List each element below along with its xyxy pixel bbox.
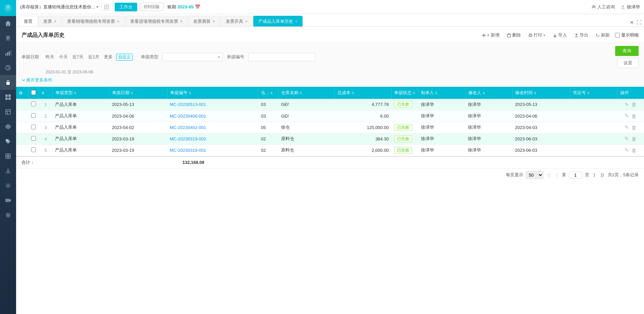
tab-close-invoice[interactable]: ×: [54, 19, 56, 24]
delete-button[interactable]: 删除: [505, 31, 523, 40]
tab-close-invoice-calc[interactable]: ×: [213, 19, 215, 24]
row-check-5[interactable]: [28, 144, 39, 156]
shortcut-more[interactable]: 更多: [103, 53, 114, 61]
tab-product-stock-history[interactable]: 产成品入库单历史 ×: [253, 16, 303, 26]
row-check-2[interactable]: [28, 110, 39, 122]
show-detail-input[interactable]: [615, 33, 620, 38]
col-modifier-header[interactable]: 修改人⇅: [465, 87, 512, 99]
switch-version-button[interactable]: 切到旧版: [140, 3, 163, 11]
row-settings-3[interactable]: [16, 122, 28, 133]
shortcut-yesterday[interactable]: 昨天: [44, 53, 56, 61]
row-edit-icon-2[interactable]: ✎: [625, 113, 629, 119]
new-button[interactable]: + 新增: [480, 31, 501, 40]
expand-more-btn[interactable]: 展开更多条件: [21, 77, 639, 83]
col-status-header[interactable]: 单据状态⇅: [391, 87, 418, 99]
row-number-link-3[interactable]: MC-20230402-001: [170, 125, 206, 130]
sidebar-item-document[interactable]: [0, 31, 16, 46]
col-warehouse-code-header[interactable]: 仓...⇅: [258, 87, 278, 99]
sidebar-item-tag[interactable]: [0, 134, 16, 149]
sidebar-item-video[interactable]: [0, 193, 16, 208]
tab-home[interactable]: 首页: [19, 16, 38, 26]
row-edit-icon-3[interactable]: ✎: [625, 124, 629, 130]
topbar-doc-button[interactable]: [101, 3, 112, 11]
col-check[interactable]: [28, 87, 39, 99]
sidebar-item-download[interactable]: [0, 164, 16, 178]
workbench-button[interactable]: 工作台: [115, 3, 137, 11]
row-number-link-4[interactable]: MC-20230319-002: [170, 136, 206, 141]
sidebar-item-home[interactable]: [0, 16, 16, 31]
user-menu[interactable]: 徐泽华: [620, 4, 640, 10]
row-checkbox-5[interactable]: [31, 147, 36, 152]
row-number-link-1[interactable]: MC-20230513-001: [170, 102, 206, 107]
sidebar-item-chart[interactable]: [0, 46, 16, 60]
sidebar-item-puzzle[interactable]: [0, 149, 16, 164]
sidebar-item-stock[interactable]: [0, 119, 16, 134]
sidebar-item-grid[interactable]: [0, 90, 16, 105]
sidebar-item-analysis[interactable]: [0, 60, 16, 75]
tab-view-sales-vat[interactable]: 查看销项增值税专用发票 ×: [62, 16, 124, 26]
company-dropdown-icon[interactable]: ▾: [96, 4, 99, 9]
tab-close-invoice-issue[interactable]: ×: [245, 19, 248, 24]
row-settings-1[interactable]: [16, 99, 28, 110]
col-creator-header[interactable]: 制单人⇅: [418, 87, 465, 99]
tab-invoice-issue[interactable]: 发票开具 ×: [221, 16, 253, 26]
refresh-button[interactable]: 刷新: [594, 31, 612, 40]
row-delete-icon-3[interactable]: 🗑: [632, 125, 637, 130]
row-settings-4[interactable]: [16, 133, 28, 144]
show-detail-checkbox[interactable]: 显示明细: [615, 32, 639, 38]
sidebar-item-report[interactable]: [0, 105, 16, 119]
print-button[interactable]: 打印 ▾: [526, 31, 547, 40]
first-page-btn[interactable]: ⟨⟨: [546, 172, 552, 178]
row-number-4[interactable]: MC-20230319-002: [167, 133, 258, 144]
last-page-btn[interactable]: ⟩⟩: [599, 172, 605, 178]
col-modify-time-header[interactable]: 修改时间⇅: [512, 87, 570, 99]
row-check-3[interactable]: [28, 122, 39, 133]
row-number-1[interactable]: MC-20230513-001: [167, 99, 258, 110]
next-page-btn[interactable]: ⟩: [592, 172, 596, 178]
tab-close-all-button[interactable]: ✕: [630, 20, 634, 25]
number-input[interactable]: [248, 53, 315, 61]
row-check-1[interactable]: [28, 99, 39, 110]
row-delete-icon-4[interactable]: 🗑: [632, 136, 637, 142]
col-settings[interactable]: ⚙: [16, 87, 28, 99]
prev-page-btn[interactable]: ⟨: [555, 172, 559, 178]
row-number-3[interactable]: MC-20230402-001: [167, 122, 258, 133]
tab-close-sales-vat[interactable]: ×: [117, 19, 119, 24]
export-button[interactable]: 导出: [572, 31, 590, 40]
row-settings-5[interactable]: [16, 144, 28, 156]
col-number-header[interactable]: 单据编号⇅: [167, 87, 258, 99]
import-button[interactable]: 导入: [551, 31, 569, 40]
user-service[interactable]: 人工咨询: [591, 4, 615, 10]
row-edit-icon-5[interactable]: ✎: [625, 147, 629, 153]
select-all-checkbox[interactable]: [31, 90, 36, 95]
row-number-5[interactable]: MC-20230319-001: [167, 144, 258, 156]
tab-view-purchase-vat[interactable]: 查看进项增值税专用发票 ×: [125, 16, 187, 26]
per-page-select[interactable]: 50 100 200: [526, 171, 543, 179]
shortcut-1month[interactable]: 近1月: [87, 53, 101, 61]
query-button[interactable]: 查询: [615, 46, 639, 56]
col-warehouse-name-header[interactable]: 仓库名称⇅: [278, 87, 334, 99]
row-checkbox-1[interactable]: [31, 102, 36, 106]
row-delete-icon-1[interactable]: 🗑: [632, 102, 637, 107]
col-type-header[interactable]: 单据类型⇅: [52, 87, 109, 99]
app-logo[interactable]: [0, 0, 16, 16]
company-name[interactable]: (库存核算）直播轻纯通信息技术股份... ▾: [20, 4, 99, 10]
row-checkbox-2[interactable]: [31, 113, 36, 118]
set-button[interactable]: 设置: [617, 58, 639, 68]
row-checkbox-3[interactable]: [31, 125, 36, 129]
tab-invoice[interactable]: 发票 ×: [38, 16, 61, 26]
col-total-cost-header[interactable]: 总成本⇅: [334, 87, 391, 99]
tab-close-product-stock[interactable]: ×: [295, 19, 298, 24]
sidebar-item-lock[interactable]: [0, 75, 16, 90]
row-number-link-2[interactable]: MC-20230406-001: [170, 114, 206, 119]
tab-close-purchase-vat[interactable]: ×: [180, 19, 182, 24]
calendar-icon[interactable]: 📅: [195, 4, 200, 9]
shortcut-7days[interactable]: 近7天: [71, 53, 85, 61]
row-delete-icon-2[interactable]: 🗑: [632, 113, 637, 119]
sidebar-item-version[interactable]: V: [0, 208, 16, 223]
custom-date-button[interactable]: 自定义: [116, 54, 133, 61]
row-delete-icon-5[interactable]: 🗑: [632, 147, 637, 153]
row-edit-icon-4[interactable]: ✎: [625, 136, 629, 142]
col-date-header[interactable]: 单据日期⇅: [109, 87, 167, 99]
current-page-input[interactable]: [569, 172, 582, 179]
